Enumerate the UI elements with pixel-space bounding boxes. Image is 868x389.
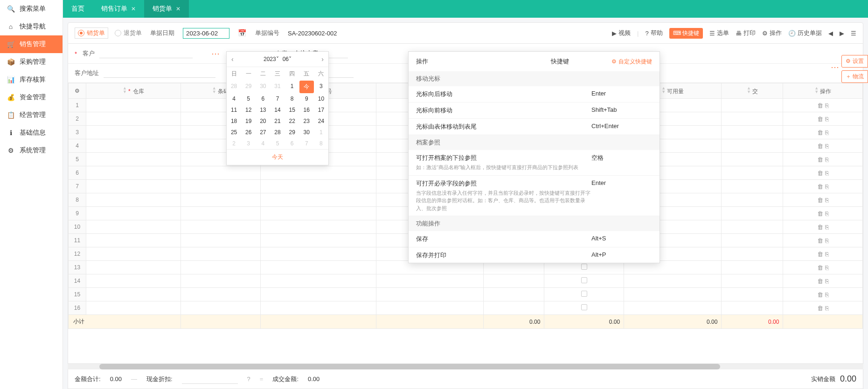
copy-icon[interactable]: ⎘: [825, 156, 829, 163]
cal-day[interactable]: 28: [270, 127, 285, 138]
sidebar-item[interactable]: 🛒销售管理: [0, 35, 62, 53]
cal-month[interactable]: 06˅: [283, 56, 292, 62]
sidebar-item[interactable]: 📋经营管理: [0, 106, 62, 124]
cal-day[interactable]: 9: [299, 93, 314, 104]
btn-help[interactable]: ? 帮助: [645, 29, 662, 37]
copy-icon[interactable]: ⎘: [825, 183, 829, 190]
delete-icon[interactable]: 🗑: [817, 251, 823, 258]
btn-prev[interactable]: ◀: [828, 30, 833, 37]
checkbox[interactable]: [581, 291, 587, 297]
customer-input[interactable]: [99, 49, 193, 58]
tab[interactable]: 销货单✕: [144, 0, 189, 18]
delete-icon[interactable]: 🗑: [817, 224, 823, 231]
cal-day[interactable]: 29: [285, 127, 299, 138]
cal-today-btn[interactable]: 今天: [227, 149, 328, 165]
copy-icon[interactable]: ⎘: [825, 251, 829, 258]
delete-icon[interactable]: 🗑: [817, 291, 823, 298]
cal-day[interactable]: 30: [256, 81, 270, 93]
copy-icon[interactable]: ⎘: [825, 170, 829, 177]
copy-icon[interactable]: ⎘: [825, 197, 829, 204]
sidebar-item[interactable]: 🔍搜索菜单: [0, 0, 62, 18]
copy-icon[interactable]: ⎘: [825, 305, 829, 312]
cal-day[interactable]: 4: [227, 93, 241, 104]
copy-icon[interactable]: ⎘: [825, 278, 829, 285]
delete-icon[interactable]: 🗑: [817, 183, 823, 190]
sidebar-item[interactable]: 💰资金管理: [0, 89, 62, 106]
cal-day[interactable]: 30: [299, 127, 314, 138]
date-input[interactable]: [183, 28, 229, 39]
cal-day[interactable]: 18: [227, 116, 241, 127]
cal-day[interactable]: 12: [241, 104, 256, 116]
close-icon[interactable]: ✕: [131, 6, 136, 12]
copy-icon[interactable]: ⎘: [825, 129, 829, 136]
cal-day[interactable]: 23: [299, 116, 314, 127]
btn-next[interactable]: ▶: [840, 30, 844, 37]
help-icon[interactable]: ?: [247, 375, 250, 382]
cal-day[interactable]: 25: [227, 127, 241, 138]
cal-day[interactable]: 28: [227, 81, 241, 93]
cal-day[interactable]: 24: [314, 116, 328, 127]
btn-logistics[interactable]: ＋ 物流: [841, 70, 868, 83]
cal-day[interactable]: 20: [256, 116, 270, 127]
cal-day[interactable]: 5: [270, 138, 285, 149]
cal-day[interactable]: 14: [270, 104, 285, 116]
tab[interactable]: 销售订单✕: [93, 0, 144, 18]
cal-day[interactable]: 27: [256, 127, 270, 138]
cal-day[interactable]: 8: [314, 138, 328, 149]
copy-icon[interactable]: ⎘: [825, 291, 829, 298]
cal-day[interactable]: 4: [256, 138, 270, 149]
delete-icon[interactable]: 🗑: [817, 210, 823, 217]
copy-icon[interactable]: ⎘: [825, 210, 829, 217]
delete-icon[interactable]: 🗑: [817, 197, 823, 204]
th[interactable]: ▲▼交: [722, 83, 783, 99]
cal-day[interactable]: 21: [270, 116, 285, 127]
tab[interactable]: 首页: [63, 0, 93, 18]
addr-input[interactable]: [104, 68, 215, 78]
th[interactable]: ▲▼操作: [783, 83, 863, 99]
cal-day[interactable]: 3: [314, 81, 328, 93]
btn-menu[interactable]: ☰: [851, 30, 856, 37]
delete-icon[interactable]: 🗑: [817, 116, 823, 123]
delete-icon[interactable]: 🗑: [817, 305, 823, 312]
table-row[interactable]: 15🗑⎘: [69, 288, 863, 301]
sidebar-item[interactable]: ⚙系统管理: [0, 142, 62, 159]
radio-return[interactable]: 退货单: [115, 29, 142, 37]
cal-day[interactable]: 今: [299, 81, 314, 93]
btn-history[interactable]: 🕘 历史单据: [788, 29, 822, 37]
delete-icon[interactable]: 🗑: [817, 237, 823, 244]
discount-input[interactable]: [182, 375, 238, 384]
cal-prev-icon[interactable]: ‹: [231, 55, 234, 63]
cal-day[interactable]: 26: [241, 127, 256, 138]
delete-icon[interactable]: 🗑: [817, 102, 823, 109]
cal-day[interactable]: 7: [299, 138, 314, 149]
delete-icon[interactable]: 🗑: [817, 170, 823, 177]
cal-day[interactable]: 16: [299, 104, 314, 116]
copy-icon[interactable]: ⎘: [825, 237, 829, 244]
btn-action[interactable]: ⚙ 操作: [762, 29, 782, 37]
checkbox[interactable]: [581, 264, 587, 270]
close-icon[interactable]: ✕: [176, 6, 181, 12]
copy-icon[interactable]: ⎘: [825, 116, 829, 123]
h-scrollbar[interactable]: [68, 364, 863, 369]
th-gear[interactable]: ⚙: [69, 83, 86, 99]
cal-day[interactable]: 11: [227, 104, 241, 116]
delete-icon[interactable]: 🗑: [817, 264, 823, 271]
copy-icon[interactable]: ⎘: [825, 264, 829, 271]
sidebar-item[interactable]: ℹ基础信息: [0, 124, 62, 142]
cal-day[interactable]: 22: [285, 116, 299, 127]
cal-day[interactable]: 29: [241, 81, 256, 93]
copy-icon[interactable]: ⎘: [825, 143, 829, 150]
cal-day[interactable]: 5: [241, 93, 256, 104]
th[interactable]: ▲▼* 仓库: [86, 83, 181, 99]
sidebar-item[interactable]: 📦采购管理: [0, 53, 62, 71]
sidebar-item[interactable]: ⌂快捷导航: [0, 18, 62, 35]
cal-day[interactable]: 6: [285, 138, 299, 149]
copy-icon[interactable]: ⎘: [825, 224, 829, 231]
cal-day[interactable]: 17: [314, 104, 328, 116]
checkbox[interactable]: [581, 277, 587, 283]
btn-custom-shortcut[interactable]: ⚙自定义快捷键: [611, 58, 652, 66]
cal-next-icon[interactable]: ›: [321, 55, 324, 63]
btn-print[interactable]: 🖶 打印: [736, 29, 756, 37]
delete-icon[interactable]: 🗑: [817, 156, 823, 163]
cal-day[interactable]: 10: [314, 93, 328, 104]
